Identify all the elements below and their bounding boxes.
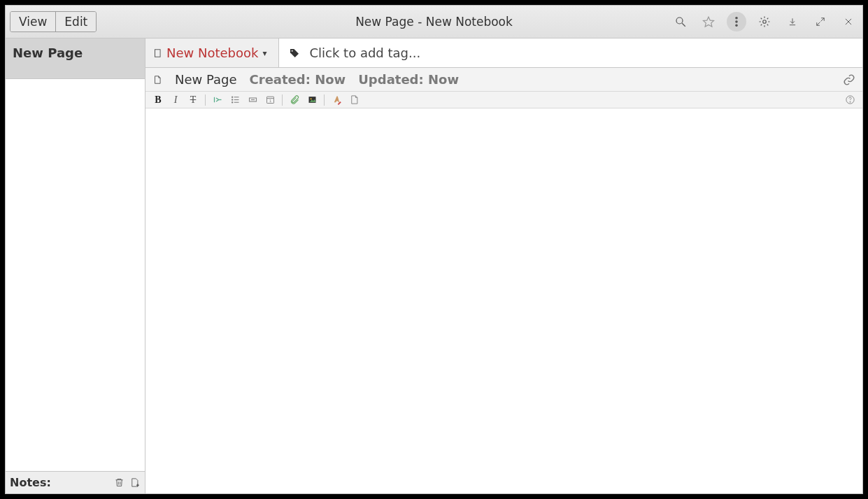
separator bbox=[205, 94, 206, 106]
svg-line-9 bbox=[821, 18, 825, 22]
list-button[interactable] bbox=[227, 93, 243, 107]
minimize-icon[interactable] bbox=[783, 12, 802, 31]
svg-point-4 bbox=[736, 21, 737, 22]
svg-point-6 bbox=[763, 20, 767, 24]
svg-text:1: 1 bbox=[269, 99, 271, 103]
notebook-selector[interactable]: New Notebook ▾ bbox=[145, 38, 279, 67]
svg-marker-36 bbox=[334, 97, 339, 103]
maximize-icon[interactable] bbox=[811, 12, 830, 31]
more-icon[interactable] bbox=[727, 12, 746, 31]
editor-area[interactable] bbox=[145, 108, 862, 493]
svg-point-24 bbox=[232, 102, 232, 103]
settings-icon[interactable] bbox=[755, 12, 774, 31]
format-toolbar: B I T 1 bbox=[145, 92, 862, 108]
new-page-icon[interactable] bbox=[128, 477, 141, 489]
menu-bar: View Edit bbox=[10, 11, 97, 32]
close-icon[interactable] bbox=[839, 12, 858, 31]
sidebar-spacer bbox=[6, 79, 145, 471]
svg-point-0 bbox=[676, 17, 683, 24]
link-icon[interactable] bbox=[843, 73, 855, 86]
page-title[interactable]: New Page bbox=[175, 72, 237, 87]
indent-button[interactable] bbox=[209, 93, 226, 107]
image-button[interactable] bbox=[304, 93, 320, 107]
svg-line-1 bbox=[682, 23, 685, 27]
bold-button[interactable]: B bbox=[150, 93, 166, 107]
svg-point-39 bbox=[850, 101, 851, 102]
tag-placeholder: Click to add tag... bbox=[310, 45, 421, 60]
italic-button[interactable]: I bbox=[167, 93, 184, 107]
svg-rect-17 bbox=[155, 49, 161, 57]
sidebar-page-item[interactable]: New Page bbox=[6, 38, 145, 79]
trash-icon[interactable] bbox=[113, 477, 125, 489]
svg-point-23 bbox=[232, 99, 232, 100]
search-icon[interactable] bbox=[671, 12, 690, 31]
date-button[interactable]: 1 bbox=[262, 93, 278, 107]
separator bbox=[282, 94, 283, 106]
template-button[interactable] bbox=[346, 93, 362, 107]
svg-marker-2 bbox=[704, 17, 714, 27]
tag-input[interactable]: Click to add tag... bbox=[279, 38, 863, 67]
svg-line-10 bbox=[817, 22, 820, 26]
main: New Notebook ▾ Click to add tag... New P… bbox=[145, 38, 862, 493]
help-icon[interactable] bbox=[841, 93, 858, 107]
titlebar: View Edit New Page - New Notebook bbox=[6, 6, 862, 38]
star-icon[interactable] bbox=[699, 12, 718, 31]
svg-marker-37 bbox=[337, 101, 341, 105]
strikethrough-button[interactable]: T bbox=[185, 93, 201, 107]
clear-format-button[interactable] bbox=[328, 93, 345, 107]
chevron-down-icon: ▾ bbox=[262, 48, 266, 58]
header-row: New Notebook ▾ Click to add tag... bbox=[145, 38, 862, 68]
sidebar-footer: Notes: bbox=[6, 471, 145, 493]
svg-point-5 bbox=[736, 24, 737, 26]
attach-button[interactable] bbox=[286, 93, 303, 107]
updated-meta: Updated: Now bbox=[358, 72, 459, 87]
separator bbox=[324, 94, 325, 106]
body: New Page Notes: New Notebook ▾ bbox=[6, 38, 862, 493]
tag-icon bbox=[289, 48, 300, 59]
notebook-icon bbox=[152, 48, 162, 58]
outdent-button[interactable] bbox=[244, 93, 261, 107]
meta-row: New Page Created: Now Updated: Now bbox=[145, 68, 862, 92]
view-menu[interactable]: View bbox=[10, 12, 55, 31]
svg-point-34 bbox=[310, 98, 311, 99]
titlebar-actions bbox=[671, 12, 858, 31]
created-meta: Created: Now bbox=[250, 72, 346, 87]
notebook-name: New Notebook bbox=[166, 45, 258, 60]
edit-menu[interactable]: Edit bbox=[55, 12, 96, 31]
svg-point-22 bbox=[232, 97, 232, 97]
notes-label: Notes: bbox=[10, 476, 51, 489]
page-icon bbox=[152, 75, 162, 85]
svg-point-19 bbox=[291, 50, 292, 51]
app-window: View Edit New Page - New Notebook bbox=[5, 5, 863, 494]
svg-point-3 bbox=[736, 17, 737, 19]
sidebar: New Page Notes: bbox=[6, 38, 145, 493]
